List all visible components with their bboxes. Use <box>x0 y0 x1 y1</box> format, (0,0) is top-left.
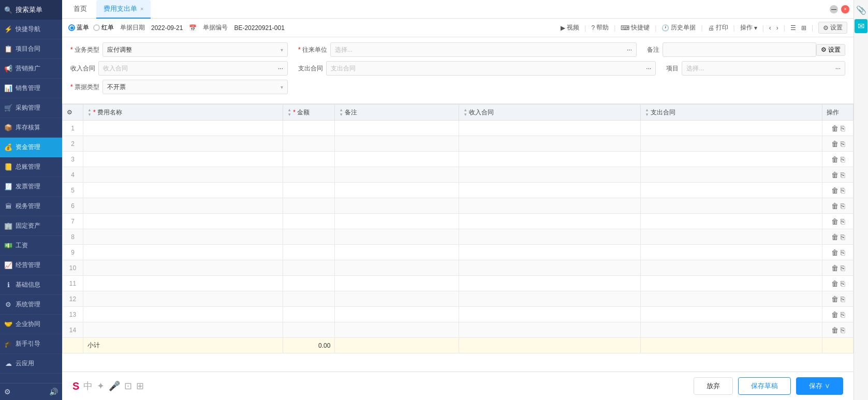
row-expense-contract-11[interactable] <box>641 276 822 291</box>
delete-btn-10[interactable]: 🗑 <box>831 264 838 272</box>
delete-btn-7[interactable]: 🗑 <box>831 217 838 226</box>
row-expense-contract-12[interactable] <box>641 291 822 307</box>
copy-btn-6[interactable]: ⎘ <box>841 202 845 210</box>
nav-prev[interactable]: ‹ <box>769 24 771 32</box>
row-remark-14[interactable] <box>335 322 459 338</box>
sidebar-item-sales-mgmt[interactable]: 📊销售管理 <box>0 79 62 98</box>
row-income-contract-3[interactable] <box>459 152 641 167</box>
tab-expense-bill[interactable]: 费用支出单× <box>96 0 151 19</box>
row-amount-6[interactable] <box>283 198 335 214</box>
copy-btn-9[interactable]: ⎘ <box>841 248 845 257</box>
row-expense-name-3[interactable] <box>83 152 283 167</box>
delete-btn-3[interactable]: 🗑 <box>831 155 838 164</box>
business-type-input[interactable]: 应付调整 ▾ <box>102 42 288 57</box>
sidebar-search[interactable]: 🔍 搜索菜单 <box>0 0 62 20</box>
row-income-contract-13[interactable] <box>459 307 641 322</box>
minimize-button[interactable]: — <box>830 5 838 13</box>
row-amount-13[interactable] <box>283 307 335 322</box>
expense-contract-input[interactable]: 支出合同 ··· <box>326 61 656 76</box>
row-remark-13[interactable] <box>335 307 459 322</box>
history-action[interactable]: 🕐 历史单据 <box>661 23 696 32</box>
copy-btn-5[interactable]: ⎘ <box>841 186 845 195</box>
row-expense-name-5[interactable] <box>83 183 283 198</box>
row-expense-name-9[interactable] <box>83 245 283 260</box>
copy-btn-1[interactable]: ⎘ <box>841 124 845 132</box>
row-expense-contract-9[interactable] <box>641 245 822 260</box>
sidebar-item-ops-mgmt[interactable]: 📈经营管理 <box>0 256 62 275</box>
sidebar-item-purchase-mgmt[interactable]: 🛒采购管理 <box>0 98 62 118</box>
delete-btn-9[interactable]: 🗑 <box>831 248 838 257</box>
number-value[interactable]: BE-20220921-001 <box>234 24 284 32</box>
row-expense-contract-7[interactable] <box>641 214 822 229</box>
set-button[interactable]: ⚙ 设置 <box>818 22 847 34</box>
delete-btn-11[interactable]: 🗑 <box>831 279 838 288</box>
row-expense-name-2[interactable] <box>83 136 283 152</box>
volume-bottom-icon[interactable]: 🔊 <box>49 388 58 396</box>
close-window-button[interactable]: × <box>841 5 849 13</box>
delete-btn-14[interactable]: 🗑 <box>831 326 838 334</box>
row-income-contract-9[interactable] <box>459 245 641 260</box>
tab-home[interactable]: 首页 <box>66 0 94 19</box>
settings-bottom-icon[interactable]: ⚙ <box>4 388 11 396</box>
th-amount[interactable]: ▲▼ * 金额 <box>283 105 335 121</box>
row-remark-1[interactable] <box>335 121 459 136</box>
sidebar-item-new-guide[interactable]: 🎓新手引导 <box>0 334 62 354</box>
remark-input[interactable] <box>663 42 816 57</box>
delete-btn-8[interactable]: 🗑 <box>831 233 838 241</box>
row-income-contract-2[interactable] <box>459 136 641 152</box>
copy-btn-7[interactable]: ⎘ <box>841 217 845 226</box>
row-remark-11[interactable] <box>335 276 459 291</box>
copy-btn-12[interactable]: ⎘ <box>841 295 845 303</box>
row-expense-name-12[interactable] <box>83 291 283 307</box>
sidebar-item-quick-nav[interactable]: ⚡快捷导航 <box>0 20 62 39</box>
copy-btn-11[interactable]: ⎘ <box>841 279 845 288</box>
copy-btn-4[interactable]: ⎘ <box>841 171 845 179</box>
row-amount-10[interactable] <box>283 260 335 276</box>
row-expense-name-14[interactable] <box>83 322 283 338</box>
row-expense-name-6[interactable] <box>83 198 283 214</box>
row-amount-3[interactable] <box>283 152 335 167</box>
row-expense-name-11[interactable] <box>83 276 283 291</box>
help-action[interactable]: ? 帮助 <box>591 23 609 32</box>
tab-close-expense-bill[interactable]: × <box>140 6 143 12</box>
set-right-button[interactable]: ⚙ 设置 <box>816 44 845 56</box>
delete-btn-6[interactable]: 🗑 <box>831 202 838 210</box>
nav-next[interactable]: › <box>776 24 778 32</box>
shortcuts-action[interactable]: ⌨ 快捷键 <box>621 23 650 32</box>
sidebar-item-enterprise[interactable]: 🤝企业协同 <box>0 315 62 334</box>
row-income-contract-12[interactable] <box>459 291 641 307</box>
sidebar-item-fixed-assets[interactable]: 🏢固定资产 <box>0 216 62 236</box>
row-remark-5[interactable] <box>335 183 459 198</box>
row-amount-5[interactable] <box>283 183 335 198</box>
copy-btn-13[interactable]: ⎘ <box>841 310 845 319</box>
delete-btn-1[interactable]: 🗑 <box>831 124 838 132</box>
copy-btn-2[interactable]: ⎘ <box>841 140 845 148</box>
sidebar-item-project-contract[interactable]: 📋项目合同 <box>0 39 62 59</box>
sidebar-item-basic-info[interactable]: ℹ基础信息 <box>0 275 62 295</box>
row-remark-4[interactable] <box>335 167 459 183</box>
row-expense-contract-13[interactable] <box>641 307 822 322</box>
list-view[interactable]: ☰ <box>790 24 796 32</box>
row-income-contract-7[interactable] <box>459 214 641 229</box>
row-income-contract-10[interactable] <box>459 260 641 276</box>
sidebar-item-capital-mgmt[interactable]: 💰资金管理 <box>0 138 62 157</box>
message-icon[interactable]: ✉ <box>855 19 867 33</box>
row-expense-contract-5[interactable] <box>641 183 822 198</box>
row-remark-9[interactable] <box>335 245 459 260</box>
row-income-contract-1[interactable] <box>459 121 641 136</box>
row-expense-name-10[interactable] <box>83 260 283 276</box>
row-remark-10[interactable] <box>335 260 459 276</box>
row-remark-8[interactable] <box>335 229 459 245</box>
abandon-button[interactable]: 放弃 <box>694 377 733 395</box>
sidebar-item-payroll[interactable]: 💵工资 <box>0 236 62 256</box>
invoice-type-input[interactable]: 不开票 ▾ <box>102 80 288 94</box>
row-remark-2[interactable] <box>335 136 459 152</box>
row-income-contract-11[interactable] <box>459 276 641 291</box>
copy-btn-3[interactable]: ⎘ <box>841 155 845 164</box>
row-income-contract-4[interactable] <box>459 167 641 183</box>
row-amount-2[interactable] <box>283 136 335 152</box>
row-expense-contract-10[interactable] <box>641 260 822 276</box>
row-remark-12[interactable] <box>335 291 459 307</box>
radio-blue[interactable]: 蓝单 <box>68 23 89 32</box>
row-income-contract-5[interactable] <box>459 183 641 198</box>
